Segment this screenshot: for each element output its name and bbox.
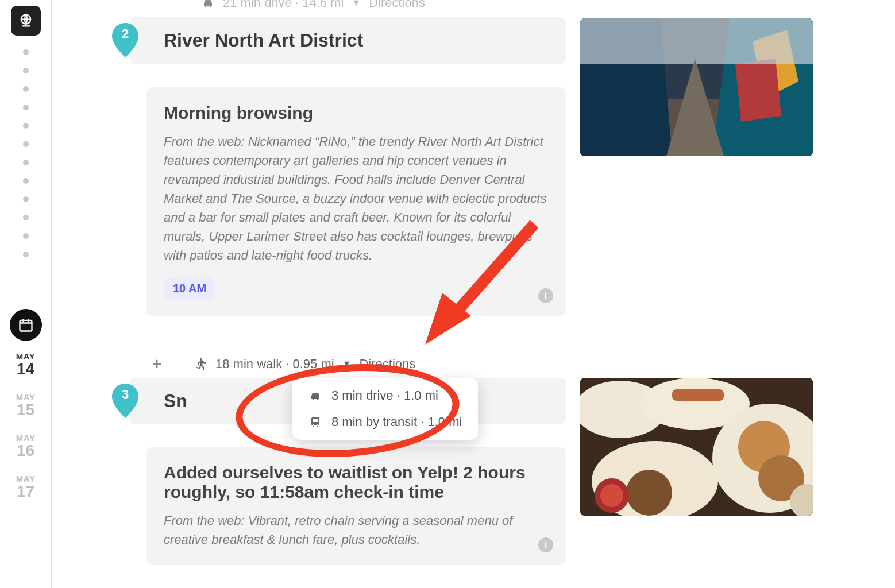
date-day: 16 [16, 443, 35, 459]
sidebar-dot[interactable] [23, 178, 29, 184]
sidebar: MAY 14 MAY 15 MAY 16 MAY 17 [0, 0, 52, 588]
sidebar-dot[interactable] [23, 215, 29, 220]
card-title: Added ourselves to waitlist on Yelp! 2 h… [164, 463, 549, 502]
itinerary-main: 21 min drive · 14.6 mi ▼ Directions 2 Ri… [52, 0, 895, 588]
info-icon[interactable]: i [538, 537, 553, 552]
transit-option-transit[interactable]: 8 min by transit · 1.0 mi [308, 415, 462, 430]
overview-button[interactable] [11, 6, 41, 36]
sidebar-dot[interactable] [23, 160, 29, 165]
stop-3-image[interactable] [580, 378, 813, 516]
svg-rect-18 [672, 389, 724, 401]
activity-card[interactable]: Added ourselves to waitlist on Yelp! 2 h… [146, 447, 566, 565]
drive-text: 3 min drive · 1.0 mi [331, 388, 438, 403]
transit-option-drive[interactable]: 3 min drive · 1.0 mi [308, 388, 462, 403]
card-title: Morning browsing [164, 103, 549, 123]
map-pin-2: 2 [111, 23, 140, 57]
svg-point-14 [317, 424, 318, 425]
sidebar-dot[interactable] [23, 233, 29, 239]
calendar-button[interactable] [10, 309, 42, 341]
card-description: From the web: Vibrant, retro chain servi… [164, 511, 549, 549]
directions-link[interactable]: Directions [369, 0, 425, 10]
transit-row[interactable]: + 18 min walk · 0.95 mi ▼ Directions 3 m… [149, 356, 568, 372]
svg-point-23 [626, 470, 672, 516]
date-day: 15 [16, 402, 35, 418]
globe-icon [18, 13, 34, 29]
transit-text: 8 min by transit · 1.0 mi [331, 415, 462, 430]
sidebar-dot[interactable] [23, 105, 29, 110]
sidebar-dot[interactable] [23, 196, 29, 202]
bus-icon [308, 415, 322, 429]
walk-icon [194, 357, 207, 371]
date-may-15[interactable]: MAY 15 [16, 392, 35, 418]
svg-rect-8 [580, 18, 813, 64]
car-icon [201, 0, 215, 10]
sidebar-dot[interactable] [23, 49, 29, 55]
pin-number: 3 [111, 387, 140, 402]
pin-number: 2 [111, 26, 140, 41]
date-list: MAY 14 MAY 15 MAY 16 MAY 17 [16, 351, 35, 500]
sidebar-dot[interactable] [23, 68, 29, 74]
time-badge[interactable]: 10 AM [164, 277, 215, 300]
calendar-icon [18, 317, 34, 333]
stop-3-card-wrap: Added ourselves to waitlist on Yelp! 2 h… [129, 439, 566, 565]
directions-link[interactable]: Directions [359, 357, 415, 372]
date-may-17[interactable]: MAY 17 [16, 474, 35, 500]
stop-header[interactable]: River North Art District [129, 17, 566, 64]
sidebar-dot[interactable] [23, 252, 29, 257]
stop-2: 2 River North Art District [129, 17, 566, 64]
svg-rect-1 [20, 320, 32, 331]
date-may-14[interactable]: MAY 14 [16, 351, 35, 377]
date-day: 14 [16, 361, 35, 377]
date-day: 17 [16, 483, 35, 500]
sidebar-dot[interactable] [23, 123, 29, 129]
info-icon[interactable]: i [538, 288, 553, 303]
map-pin-3: 3 [111, 384, 140, 418]
svg-point-13 [313, 424, 314, 425]
sidebar-dot[interactable] [23, 86, 29, 92]
card-description: From the web: Nicknamed “RiNo,” the tren… [164, 132, 549, 265]
car-icon [308, 389, 322, 403]
svg-point-25 [600, 484, 623, 507]
stop-title: River North Art District [164, 30, 551, 51]
activity-card[interactable]: Morning browsing From the web: Nicknamed… [146, 87, 566, 316]
transit-block-2: + 18 min walk · 0.95 mi ▼ Directions 3 m… [129, 345, 568, 378]
transit-row-top[interactable]: 21 min drive · 14.6 mi ▼ Directions [201, 0, 620, 10]
svg-marker-7 [735, 59, 781, 122]
add-button[interactable]: + [149, 356, 165, 372]
svg-rect-12 [313, 419, 318, 422]
stop-2-image[interactable] [580, 18, 813, 156]
date-may-16[interactable]: MAY 16 [16, 433, 35, 459]
transit-options-popover: 3 min drive · 1.0 mi 8 min by transit · … [292, 378, 478, 440]
walk-text: 18 min walk · 0.95 mi [215, 357, 334, 372]
chevron-down-icon[interactable]: ▼ [352, 0, 361, 8]
stop-2-card-wrap: Morning browsing From the web: Nicknamed… [129, 79, 566, 316]
sidebar-dot[interactable] [23, 141, 29, 147]
sidebar-dots [23, 49, 29, 257]
transit-text: 21 min drive · 14.6 mi [223, 0, 344, 10]
chevron-down-icon[interactable]: ▼ [342, 359, 352, 369]
